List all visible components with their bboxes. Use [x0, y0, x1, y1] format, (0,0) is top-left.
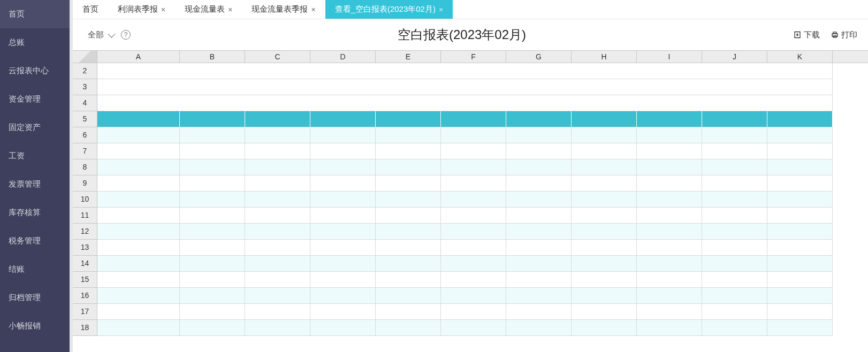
- close-icon[interactable]: ×: [311, 6, 315, 13]
- cell[interactable]: [245, 79, 310, 95]
- close-icon[interactable]: ×: [228, 6, 232, 13]
- cell[interactable]: [310, 63, 376, 79]
- cell[interactable]: [180, 192, 245, 208]
- cell[interactable]: [441, 320, 506, 336]
- cell[interactable]: [376, 256, 441, 272]
- cell[interactable]: [376, 224, 441, 240]
- sidebar-item-inventory[interactable]: 库存核算: [0, 198, 70, 227]
- cell[interactable]: [441, 304, 506, 320]
- cell[interactable]: [506, 127, 572, 143]
- cell[interactable]: [506, 111, 572, 127]
- cell[interactable]: [572, 272, 637, 288]
- cell[interactable]: [767, 175, 833, 192]
- sidebar-item-salary[interactable]: 工资: [0, 142, 70, 170]
- cell[interactable]: [441, 111, 506, 127]
- cell[interactable]: [506, 320, 572, 336]
- download-button[interactable]: 下载: [793, 30, 820, 40]
- cell[interactable]: [180, 143, 245, 159]
- cell[interactable]: [310, 95, 376, 111]
- sidebar-item-expense[interactable]: 小畅报销: [0, 312, 70, 340]
- cell[interactable]: [637, 63, 702, 79]
- cell[interactable]: [637, 95, 702, 111]
- cell[interactable]: [767, 159, 833, 175]
- row-header[interactable]: 6: [73, 127, 97, 143]
- cell[interactable]: [310, 159, 376, 175]
- cell[interactable]: [506, 272, 572, 288]
- cell[interactable]: [376, 320, 441, 336]
- row-header[interactable]: 16: [73, 288, 97, 304]
- row-header[interactable]: 10: [73, 192, 97, 208]
- column-header[interactable]: H: [572, 51, 637, 63]
- help-icon[interactable]: ?: [121, 30, 131, 40]
- cell[interactable]: [180, 272, 245, 288]
- cell[interactable]: [376, 304, 441, 320]
- cell[interactable]: [441, 208, 506, 224]
- cell[interactable]: [637, 175, 702, 192]
- cell[interactable]: [637, 111, 702, 127]
- cell[interactable]: [97, 143, 180, 159]
- cell[interactable]: [97, 256, 180, 272]
- cell[interactable]: [310, 272, 376, 288]
- sidebar-item-invoices[interactable]: 发票管理: [0, 170, 70, 198]
- cell[interactable]: [441, 143, 506, 159]
- cell[interactable]: [506, 192, 572, 208]
- cell[interactable]: [97, 224, 180, 240]
- cell[interactable]: [97, 111, 180, 127]
- cell[interactable]: [376, 143, 441, 159]
- cell[interactable]: [637, 320, 702, 336]
- row-header[interactable]: 17: [73, 304, 97, 320]
- cell[interactable]: [702, 95, 767, 111]
- cell[interactable]: [97, 192, 180, 208]
- cell[interactable]: [637, 240, 702, 256]
- cell[interactable]: [767, 111, 833, 127]
- cell[interactable]: [97, 159, 180, 175]
- row-header[interactable]: 3: [73, 79, 97, 95]
- cell[interactable]: [180, 240, 245, 256]
- cell[interactable]: [180, 111, 245, 127]
- cell[interactable]: [376, 272, 441, 288]
- cell[interactable]: [310, 320, 376, 336]
- cell[interactable]: [245, 304, 310, 320]
- column-header[interactable]: K: [767, 51, 833, 63]
- cell[interactable]: [245, 127, 310, 143]
- select-all-corner[interactable]: [73, 51, 97, 63]
- cell[interactable]: [441, 224, 506, 240]
- cell[interactable]: [97, 272, 180, 288]
- row-header[interactable]: 7: [73, 143, 97, 159]
- row-header[interactable]: 18: [73, 320, 97, 336]
- close-icon[interactable]: ×: [161, 6, 165, 13]
- cell[interactable]: [702, 159, 767, 175]
- row-header[interactable]: 8: [73, 159, 97, 175]
- cell[interactable]: [637, 256, 702, 272]
- column-header[interactable]: J: [702, 51, 767, 63]
- cell[interactable]: [245, 208, 310, 224]
- row-header[interactable]: 12: [73, 224, 97, 240]
- cell[interactable]: [637, 272, 702, 288]
- cell[interactable]: [572, 192, 637, 208]
- cell[interactable]: [702, 111, 767, 127]
- cell[interactable]: [97, 127, 180, 143]
- sidebar-item-fixed-assets[interactable]: 固定资产: [0, 113, 70, 142]
- sidebar-item-ledger[interactable]: 总账: [0, 28, 70, 57]
- row-header[interactable]: 13: [73, 240, 97, 256]
- cell[interactable]: [376, 95, 441, 111]
- cell[interactable]: [245, 320, 310, 336]
- column-header[interactable]: F: [441, 51, 506, 63]
- cell[interactable]: [180, 224, 245, 240]
- cell[interactable]: [637, 224, 702, 240]
- cell[interactable]: [702, 288, 767, 304]
- cell[interactable]: [376, 79, 441, 95]
- cell[interactable]: [310, 288, 376, 304]
- cell[interactable]: [441, 256, 506, 272]
- sidebar-item-archive[interactable]: 归档管理: [0, 284, 70, 312]
- cell[interactable]: [245, 95, 310, 111]
- cell[interactable]: [506, 288, 572, 304]
- cell[interactable]: [637, 192, 702, 208]
- cell[interactable]: [637, 159, 702, 175]
- cell[interactable]: [506, 143, 572, 159]
- cell[interactable]: [376, 192, 441, 208]
- cell[interactable]: [506, 79, 572, 95]
- cell[interactable]: [441, 288, 506, 304]
- row-header[interactable]: 9: [73, 175, 97, 192]
- cell[interactable]: [376, 240, 441, 256]
